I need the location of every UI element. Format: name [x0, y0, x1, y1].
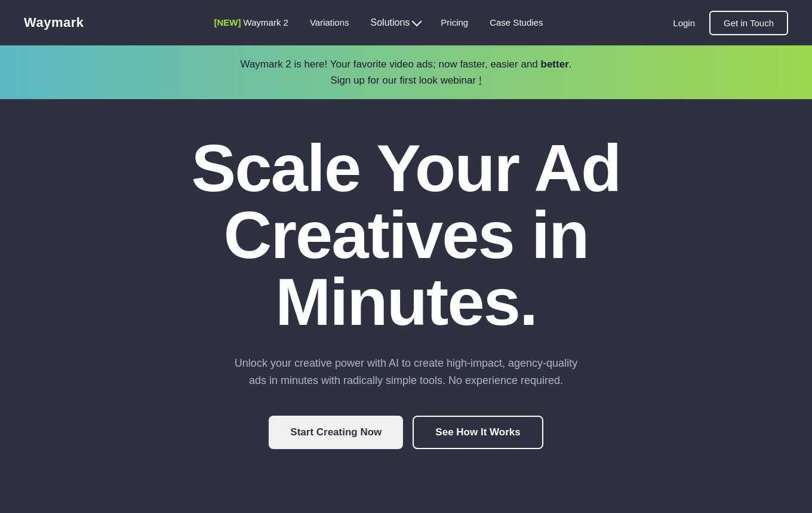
hero-title-line2: Creatives in: [224, 198, 589, 272]
nav-item-case-studies[interactable]: Case Studies: [490, 17, 543, 28]
start-creating-button[interactable]: Start Creating Now: [269, 416, 403, 449]
chevron-down-icon: [412, 16, 422, 26]
nav-item-pricing[interactable]: Pricing: [441, 17, 468, 28]
banner-line2-text: Sign up for our first look webinar: [330, 75, 479, 86]
new-badge: [NEW]: [214, 17, 241, 27]
hero-title: Scale Your Ad Creatives in Minutes.: [192, 135, 621, 336]
nav-case-studies-link[interactable]: Case Studies: [490, 17, 543, 27]
nav-item-solutions[interactable]: Solutions: [371, 17, 420, 28]
main-nav: Waymark [NEW] Waymark 2 Variations Solut…: [0, 0, 812, 45]
see-how-it-works-button[interactable]: See How It Works: [413, 416, 543, 449]
nav-logo[interactable]: Waymark: [24, 15, 84, 30]
nav-item-waymark2[interactable]: [NEW] Waymark 2: [214, 17, 288, 28]
hero-title-line1: Scale Your Ad: [192, 131, 621, 205]
hero-subtitle: Unlock your creative power with AI to cr…: [233, 355, 579, 389]
nav-item-variations[interactable]: Variations: [310, 17, 349, 28]
banner-text-before: Waymark 2 is here! Your favorite video a…: [241, 59, 541, 70]
banner-text-after: .: [569, 59, 572, 70]
banner-line2: Sign up for our first look webinar !: [12, 72, 800, 88]
hero-title-line3: Minutes.: [275, 265, 537, 339]
banner-bold-text: better: [541, 59, 569, 70]
hero-section: Scale Your Ad Creatives in Minutes. Unlo…: [0, 99, 812, 485]
nav-pricing-link[interactable]: Pricing: [441, 17, 468, 27]
banner-webinar-link[interactable]: !: [479, 75, 482, 86]
hero-buttons: Start Creating Now See How It Works: [269, 416, 543, 449]
nav-right: Login Get in Touch: [673, 11, 788, 35]
banner-text: Waymark 2 is here! Your favorite video a…: [12, 56, 800, 72]
nav-waymark2-label: Waymark 2: [244, 17, 288, 27]
announcement-banner: Waymark 2 is here! Your favorite video a…: [0, 45, 812, 99]
get-in-touch-button[interactable]: Get in Touch: [709, 11, 788, 35]
nav-variations-link[interactable]: Variations: [310, 17, 349, 27]
nav-links: [NEW] Waymark 2 Variations Solutions Pri…: [214, 17, 543, 28]
login-link[interactable]: Login: [673, 18, 695, 28]
nav-solutions-label: Solutions: [371, 17, 410, 28]
